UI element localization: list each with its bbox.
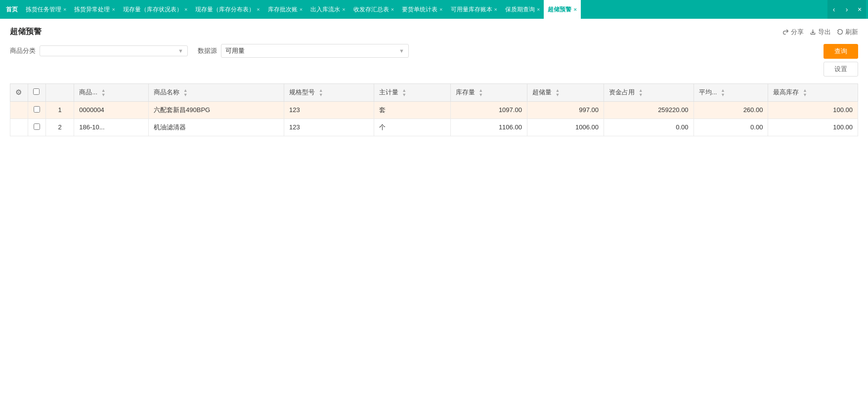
td-stock-0: 1097.00 (450, 101, 527, 118)
td-code-1: 186-10... (74, 118, 149, 136)
select-all-checkbox[interactable] (33, 88, 40, 95)
settings-button[interactable]: 设置 (824, 62, 858, 77)
share-button[interactable]: 分享 (782, 28, 804, 37)
td-name-0: 六配套新昌490BPG (149, 101, 284, 118)
nav-in-out-flow[interactable]: 出入库流水 × (306, 0, 349, 19)
datasource-label: 数据源 (198, 46, 217, 55)
td-max-0: 100.00 (768, 101, 858, 118)
td-overstock-0: 997.00 (527, 101, 604, 118)
refresh-icon (837, 29, 843, 35)
nav-close-summary[interactable]: × (391, 6, 394, 12)
datasource-dropdown-icon: ▼ (399, 48, 404, 54)
table-header: ⚙ 商品... ▲▼ 商品名称 ▲▼ 规格型号 ▲▼ (10, 84, 858, 102)
query-button[interactable]: 查询 (824, 44, 858, 59)
header-actions: 分享 导出 刷新 (782, 28, 858, 37)
nav-expiry[interactable]: 保质期查询 × (501, 0, 544, 19)
td-overstock-1: 1006.00 (527, 118, 604, 136)
nav-summary[interactable]: 收发存汇总表 × (349, 0, 398, 19)
category-select[interactable]: ▼ (40, 45, 188, 56)
nav-close-batch-account[interactable]: × (300, 6, 303, 12)
td-unit-1: 个 (374, 118, 450, 136)
th-gear: ⚙ (10, 84, 28, 102)
nav-home[interactable]: 首页 (2, 0, 22, 19)
action-buttons: 查询 设置 (824, 44, 858, 77)
page-title: 超储预警 (10, 27, 42, 37)
td-avg-0: 260.00 (694, 101, 768, 118)
nav-close-task-mgmt[interactable]: × (63, 6, 66, 12)
nav-close-order-stats[interactable]: × (439, 6, 442, 12)
th-name: 商品名称 ▲▼ (149, 84, 284, 102)
sort-icon-capital[interactable]: ▲▼ (639, 88, 643, 97)
nav-close-overstock[interactable]: × (573, 6, 576, 12)
category-filter-item: 商品分类 ▼ (10, 45, 188, 56)
top-nav: 首页 拣货任务管理 × 拣货异常处理 × 现存量（库存状况表） × 现存量（库存… (0, 0, 868, 19)
sort-icon-spec[interactable]: ▲▼ (319, 88, 323, 97)
sort-icon-max[interactable]: ▲▼ (803, 88, 807, 97)
datasource-select-value: 可用量 (225, 46, 245, 55)
nav-stock-dist[interactable]: 现存量（库存分布表） × (191, 0, 263, 19)
sort-icon-stock[interactable]: ▲▼ (478, 88, 483, 97)
td-gear-1 (10, 118, 28, 136)
page-content: 超储预警 分享 导出 刷新 (0, 19, 868, 144)
nav-order-stats[interactable]: 要货单统计表 × (398, 0, 446, 19)
nav-arrow-close-all[interactable]: × (853, 0, 866, 19)
filter-main: 商品分类 ▼ 数据源 可用量 ▼ (10, 44, 816, 58)
td-avg-1: 0.00 (694, 118, 768, 136)
table-row: 2 186-10... 机油滤清器 123 个 1106.00 1006.00 … (10, 118, 858, 136)
td-rownum-1: 2 (46, 118, 74, 136)
category-label: 商品分类 (10, 46, 36, 55)
td-capital-1: 0.00 (604, 118, 694, 136)
sort-icon-unit[interactable]: ▲▼ (402, 88, 406, 97)
td-rownum-0: 1 (46, 101, 74, 118)
export-button[interactable]: 导出 (810, 28, 831, 37)
nav-close-stock-dist[interactable]: × (257, 6, 260, 12)
nav-close-stock-status[interactable]: × (184, 6, 187, 12)
datasource-filter-item: 数据源 可用量 ▼ (198, 44, 409, 58)
filter-row: 商品分类 ▼ 数据源 可用量 ▼ (10, 44, 816, 58)
filter-section: 商品分类 ▼ 数据源 可用量 ▼ 查询 设置 (10, 44, 858, 77)
td-spec-0: 123 (284, 101, 374, 118)
row-checkbox-0[interactable] (34, 106, 40, 113)
th-code: 商品... ▲▼ (74, 84, 149, 102)
th-stock: 库存量 ▲▼ (450, 84, 527, 102)
th-unit: 主计量 ▲▼ (374, 84, 450, 102)
td-stock-1: 1106.00 (450, 118, 527, 136)
nav-batch-account[interactable]: 库存批次账 × (264, 0, 306, 19)
table-body: 1 0000004 六配套新昌490BPG 123 套 1097.00 997.… (10, 101, 858, 136)
category-dropdown-icon: ▼ (178, 48, 183, 54)
nav-task-mgmt[interactable]: 拣货任务管理 × (22, 0, 70, 19)
nav-close-available-book[interactable]: × (494, 6, 497, 12)
datasource-select[interactable]: 可用量 ▼ (221, 44, 409, 58)
td-spec-1: 123 (284, 118, 374, 136)
th-avg: 平均... ▲▼ (694, 84, 768, 102)
nav-arrow-left[interactable]: ‹ (827, 0, 840, 19)
sort-icon-avg[interactable]: ▲▼ (721, 88, 725, 97)
sort-icon-name[interactable]: ▲▼ (183, 88, 188, 97)
nav-stock-status[interactable]: 现存量（库存状况表） × (119, 0, 191, 19)
nav-available-book[interactable]: 可用量库存账本 × (447, 0, 501, 19)
td-checkbox-1 (28, 118, 46, 136)
nav-close-exception[interactable]: × (112, 6, 115, 12)
th-overstock: 超储量 ▲▼ (527, 84, 604, 102)
th-spec: 规格型号 ▲▼ (284, 84, 374, 102)
export-icon (810, 29, 816, 35)
gear-icon[interactable]: ⚙ (15, 88, 22, 96)
nav-arrow-right[interactable]: › (840, 0, 853, 19)
share-icon (782, 29, 789, 35)
table-row: 1 0000004 六配套新昌490BPG 123 套 1097.00 997.… (10, 101, 858, 118)
td-code-0: 0000004 (74, 101, 149, 118)
sort-icon-overstock[interactable]: ▲▼ (556, 88, 560, 97)
td-checkbox-0 (28, 101, 46, 118)
nav-arrows: ‹ › × (827, 0, 866, 19)
sort-icon-code[interactable]: ▲▼ (101, 88, 106, 97)
nav-exception[interactable]: 拣货异常处理 × (70, 0, 119, 19)
row-checkbox-1[interactable] (34, 123, 40, 130)
td-capital-0: 259220.00 (604, 101, 694, 118)
nav-close-in-out-flow[interactable]: × (342, 6, 345, 12)
td-name-1: 机油滤清器 (149, 118, 284, 136)
td-gear-0 (10, 101, 28, 118)
nav-close-expiry[interactable]: × (537, 6, 540, 12)
refresh-button[interactable]: 刷新 (837, 28, 858, 37)
nav-overstock[interactable]: 超储预警 × (544, 0, 580, 19)
page-header: 超储预警 分享 导出 刷新 (10, 27, 858, 37)
